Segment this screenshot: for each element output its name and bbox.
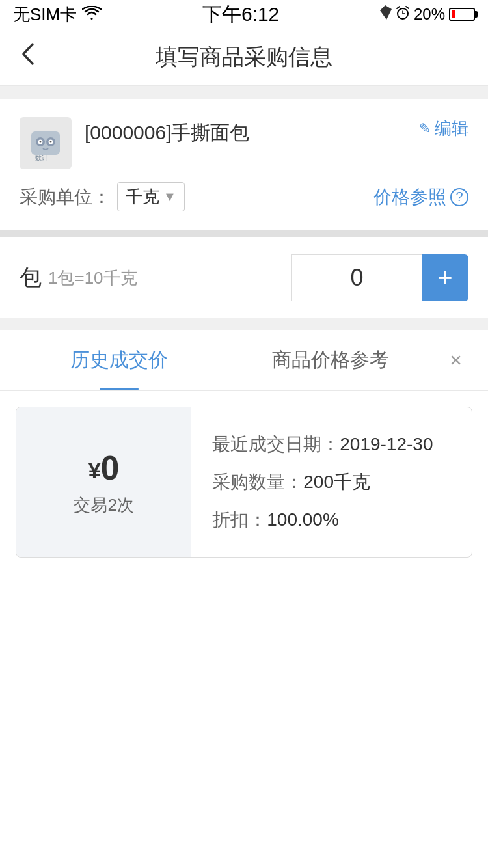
battery-percent: 20% <box>414 5 445 23</box>
recent-date-row: 最近成交日期：2019-12-30 <box>212 431 451 458</box>
tab-close-button[interactable]: × <box>437 335 475 385</box>
chevron-down-icon: ▼ <box>163 189 176 204</box>
unit-name: 包 <box>20 263 42 293</box>
svg-text:数计: 数计 <box>35 154 48 161</box>
nav-header: 填写商品采购信息 <box>0 29 488 86</box>
tabs-header: 历史成交价 商品价格参考 × <box>0 330 488 391</box>
price-cards-section: ¥0 交易2次 最近成交日期：2019-12-30 采购数量：200千克 折扣：… <box>0 391 488 573</box>
price-card-details: 最近成交日期：2019-12-30 采购数量：200千克 折扣：100.00% <box>191 407 472 557</box>
status-bar: 无SIM卡 下午6:12 20% <box>0 0 488 29</box>
price-card-summary: ¥0 交易2次 <box>16 407 191 557</box>
svg-marker-0 <box>380 5 392 20</box>
status-left: 无SIM卡 <box>13 3 102 26</box>
wifi-icon <box>82 5 102 25</box>
location-icon <box>380 5 392 23</box>
status-right: 20% <box>380 5 475 23</box>
battery-icon <box>449 8 475 21</box>
section-divider <box>0 230 488 237</box>
product-header: 数计 [0000006]手撕面包 ✎ 编辑 <box>20 117 468 169</box>
product-name: [0000006]手撕面包 <box>85 117 249 146</box>
carrier-text: 无SIM卡 <box>13 3 77 26</box>
back-button[interactable] <box>20 35 42 79</box>
quantity-controls: + <box>291 254 468 301</box>
quantity-input[interactable] <box>291 254 422 301</box>
quantity-plus-button[interactable]: + <box>422 254 468 301</box>
product-left: 数计 [0000006]手撕面包 <box>20 117 249 169</box>
purchase-qty-row: 采购数量：200千克 <box>212 468 451 496</box>
discount-row: 折扣：100.00% <box>212 506 451 534</box>
purchase-unit: 采购单位： 千克 ▼ <box>20 182 185 211</box>
svg-point-8 <box>50 141 52 143</box>
unit-detail: 1包=10千克 <box>48 267 137 290</box>
product-meta: 采购单位： 千克 ▼ 价格参照 ? <box>20 182 468 211</box>
svg-rect-2 <box>31 131 60 155</box>
price-reference-button[interactable]: 价格参照 ? <box>373 185 468 210</box>
edit-button[interactable]: ✎ 编辑 <box>419 117 468 140</box>
trade-count: 交易2次 <box>74 494 133 517</box>
quantity-label: 包 1包=10千克 <box>20 263 137 293</box>
unit-select-dropdown[interactable]: 千克 ▼ <box>117 182 185 211</box>
status-time: 下午6:12 <box>202 1 279 28</box>
product-card: 数计 [0000006]手撕面包 ✎ 编辑 采购单位： 千克 ▼ 价格参照 ? <box>0 99 488 230</box>
tab-history-price[interactable]: 历史成交价 <box>13 330 225 390</box>
main-content-area <box>0 573 488 868</box>
price-display: ¥0 <box>88 448 120 487</box>
alarm-icon <box>396 5 410 23</box>
tabs-container: 历史成交价 商品价格参考 × ¥0 交易2次 最近成交日期：2019-12-30… <box>0 330 488 573</box>
price-card: ¥0 交易2次 最近成交日期：2019-12-30 采购数量：200千克 折扣：… <box>16 407 472 558</box>
help-icon: ? <box>450 188 468 206</box>
tab-price-reference[interactable]: 商品价格参考 <box>225 330 437 390</box>
edit-icon: ✎ <box>419 120 431 137</box>
page-title: 填写商品采购信息 <box>156 42 332 72</box>
product-thumbnail: 数计 <box>20 117 72 169</box>
svg-point-7 <box>40 141 42 143</box>
quantity-row: 包 1包=10千克 + <box>0 237 488 318</box>
